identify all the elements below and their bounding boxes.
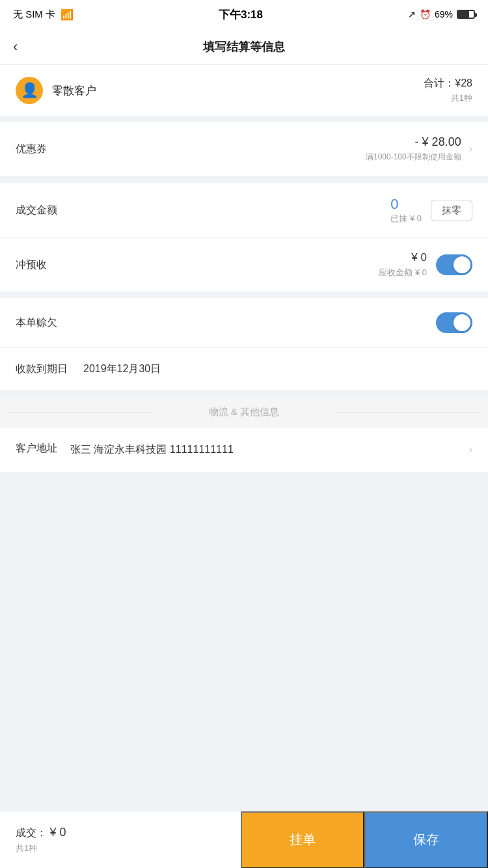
address-value: 张三 海淀永丰科技园 11111111111 [70, 442, 234, 457]
coupon-chevron-icon: › [469, 143, 472, 155]
prepay-sub: 应收金额 ¥ 0 [379, 267, 427, 278]
content: 👤 零散客户 合计：¥28 共1种 优惠券 - ¥ 28.00 满1000-10… [0, 65, 488, 537]
prepay-label: 冲预收 [16, 258, 47, 272]
address-chevron-icon: › [469, 444, 472, 455]
status-bar: 无 SIM 卡 📶 下午3:18 ↗ ⏰ 69% [0, 0, 488, 29]
avatar-icon: 👤 [21, 82, 38, 99]
transaction-row: 成交金额 0 已抹 ¥ 0 抹零 [0, 183, 488, 238]
status-right: ↗ ⏰ 69% [408, 9, 475, 20]
status-time: 下午3:18 [219, 7, 263, 22]
bottom-info: 成交： ¥ 0 共1种 [0, 826, 241, 854]
address-label: 客户地址 [16, 442, 57, 455]
transaction-sub: 已抹 ¥ 0 [390, 213, 422, 224]
bottom-bar: 成交： ¥ 0 共1种 挂单 保存 [0, 811, 488, 868]
total-count: 共1种 [424, 92, 472, 104]
customer-left: 👤 零散客户 [16, 77, 96, 104]
credit-section: 本单赊欠 收款到期日 2019年12月30日 [0, 298, 488, 390]
coupon-right: - ¥ 28.00 满1000-100不限制使用金额 › [366, 135, 472, 163]
page-title: 填写结算等信息 [203, 39, 285, 55]
customer-avatar: 👤 [16, 77, 43, 104]
transaction-value: 0 [390, 196, 422, 213]
credit-row: 本单赊欠 [0, 298, 488, 348]
coupon-info: - ¥ 28.00 满1000-100不限制使用金额 [366, 135, 461, 163]
due-date-label: 收款到期日 [16, 362, 68, 376]
credit-toggle[interactable] [436, 312, 472, 333]
credit-toggle-knob [454, 314, 470, 331]
battery-text: 69% [435, 9, 453, 20]
transaction-section: 成交金额 0 已抹 ¥ 0 抹零 冲预收 ¥ 0 应收金额 ¥ 0 [0, 183, 488, 292]
prepay-row: 冲预收 ¥ 0 应收金额 ¥ 0 [0, 238, 488, 292]
due-date-value: 2019年12月30日 [83, 362, 161, 376]
coupon-amount: - ¥ 28.00 [366, 135, 461, 149]
address-section[interactable]: 客户地址 张三 海淀永丰科技园 11111111111 › [0, 427, 488, 472]
prepay-right: ¥ 0 应收金额 ¥ 0 [379, 251, 472, 278]
logistics-title: 物流 & 其他信息 [209, 406, 279, 417]
deal-label: 成交： [16, 827, 47, 838]
due-date-row: 收款到期日 2019年12月30日 [0, 348, 488, 390]
coupon-section[interactable]: 优惠券 - ¥ 28.00 满1000-100不限制使用金额 › [0, 122, 488, 176]
logistics-section: 物流 & 其他信息 [0, 397, 488, 427]
no-sim-text: 无 SIM 卡 [13, 8, 55, 21]
transaction-values: 0 已抹 ¥ 0 [390, 196, 422, 224]
alarm-icon: ⏰ [420, 9, 431, 20]
customer-name: 零散客户 [52, 83, 96, 98]
coupon-label: 优惠券 [16, 142, 47, 156]
credit-label: 本单赊欠 [16, 316, 57, 330]
round-button[interactable]: 抹零 [431, 200, 472, 221]
address-left: 客户地址 张三 海淀永丰科技园 11111111111 [16, 442, 234, 457]
toggle-knob [454, 256, 470, 273]
prepay-main: ¥ 0 [379, 251, 427, 264]
coupon-desc: 满1000-100不限制使用金额 [366, 152, 461, 163]
wifi-icon: 📶 [61, 8, 74, 21]
total-amount: 合计：¥28 [424, 77, 472, 90]
save-button[interactable]: 保存 [364, 811, 488, 869]
transaction-right: 0 已抹 ¥ 0 抹零 [390, 196, 472, 224]
location-icon: ↗ [408, 9, 416, 20]
transaction-label: 成交金额 [16, 204, 57, 217]
customer-section: 👤 零散客户 合计：¥28 共1种 [0, 65, 488, 116]
pending-button[interactable]: 挂单 [241, 811, 364, 869]
customer-right: 合计：¥28 共1种 [424, 77, 472, 104]
battery-icon [457, 10, 475, 19]
status-left: 无 SIM 卡 📶 [13, 8, 74, 21]
bottom-count: 共1种 [16, 843, 225, 854]
prepay-values: ¥ 0 应收金额 ¥ 0 [379, 251, 427, 278]
coupon-row[interactable]: 优惠券 - ¥ 28.00 满1000-100不限制使用金额 › [0, 122, 488, 176]
nav-bar: ‹ 填写结算等信息 [0, 29, 488, 65]
prepay-toggle[interactable] [436, 254, 472, 275]
bottom-deal: 成交： ¥ 0 [16, 826, 225, 840]
back-button[interactable]: ‹ [13, 38, 18, 55]
deal-amount: ¥ 0 [49, 826, 66, 839]
